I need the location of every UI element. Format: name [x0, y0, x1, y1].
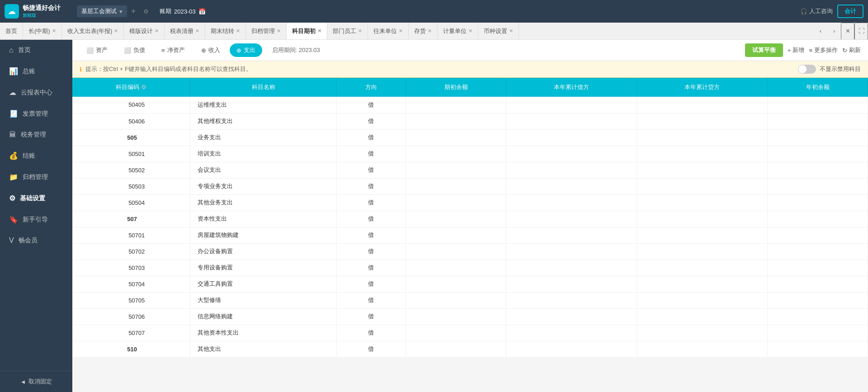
tab-tax-table[interactable]: 税表清册 ✕ — [165, 23, 205, 39]
cancel-pin-button[interactable]: ◄ 取消固定 — [0, 371, 72, 392]
table-row[interactable]: 50702 办公设备购置 借 — [72, 243, 868, 260]
tab-template[interactable]: 模版设计 ✕ — [124, 23, 165, 39]
sidebar-item-basic-settings[interactable]: ⚙ 基础设置 — [0, 188, 72, 209]
tab-currency[interactable]: 币种设置 ✕ — [478, 23, 519, 39]
tab-subject-initial[interactable]: 科目期初 ✕ — [287, 23, 327, 39]
sidebar-item-member[interactable]: V 畅会员 — [0, 230, 72, 251]
tab-archive[interactable]: 归档管理 ✕ — [246, 23, 287, 39]
sidebar-item-invoice[interactable]: 🧾 发票管理 — [0, 103, 72, 124]
tab-department[interactable]: 部门员工 ✕ — [327, 23, 368, 39]
table-row[interactable]: 50406 其他维权支出 借 — [72, 113, 868, 129]
cell-ytd-credit — [637, 211, 768, 227]
tab-expand-button[interactable]: ⛶ — [854, 23, 868, 40]
sub-tab-net-assets[interactable]: ≡ 净资产 — [155, 43, 192, 57]
close-icon[interactable]: ✕ — [358, 28, 362, 34]
cell-year-initial — [768, 308, 868, 325]
table-row[interactable]: 50405 运维维支出 借 — [72, 97, 868, 113]
ledger-icon: 📊 — [9, 67, 18, 76]
tab-annual-report[interactable]: 收入支出表(年报) ✕ — [62, 23, 124, 39]
sidebar-item-home[interactable]: ⌂ 首页 — [0, 40, 72, 61]
refresh-icon: ↻ — [842, 47, 847, 54]
settings-icon[interactable]: ⚙ — [140, 5, 152, 18]
sidebar-item-settle[interactable]: 💰 结账 — [0, 145, 72, 166]
close-icon[interactable]: ✕ — [236, 28, 240, 34]
close-icon[interactable]: ✕ — [114, 28, 118, 34]
add-company-button[interactable]: + — [127, 5, 140, 18]
cell-year-initial — [768, 341, 868, 357]
table-row[interactable]: 50501 培训支出 借 — [72, 146, 868, 162]
calendar-icon[interactable]: 📅 — [198, 8, 206, 15]
close-icon[interactable]: ✕ — [195, 28, 199, 34]
sub-tab-assets[interactable]: ⬜ 资产 — [80, 43, 114, 57]
table-wrapper: 科目编码 ⚙ 科目名称 方向 期初余额 本年累计借方 本年累计贷方 年初余额 5… — [72, 78, 868, 392]
sidebar-item-label: 发票管理 — [23, 110, 48, 118]
table-row[interactable]: 50707 其他资本性支出 借 — [72, 325, 868, 341]
table-row[interactable]: 510 其他支出 借 — [72, 341, 868, 357]
close-icon[interactable]: ✕ — [428, 28, 432, 34]
refresh-label: 刷新 — [849, 46, 861, 54]
sidebar-item-label: 云报表中心 — [21, 89, 52, 97]
tab-label: 往来单位 — [373, 27, 397, 35]
tab-close-all-button[interactable]: ✕ — [841, 23, 854, 40]
sub-tab-liabilities[interactable]: ⬜ 负债 — [117, 43, 152, 57]
app-name: 畅捷通好会计 — [23, 4, 61, 12]
cell-initial-balance — [406, 341, 506, 357]
close-icon[interactable]: ✕ — [277, 28, 281, 34]
col-initial-balance: 期初余额 — [406, 78, 506, 97]
tab-unit[interactable]: 计量单位 ✕ — [438, 23, 478, 39]
table-row[interactable]: 50503 专项业务支出 借 — [72, 178, 868, 194]
tab-prev-button[interactable]: ‹ — [814, 23, 827, 40]
sub-tab-expenditure[interactable]: ⊕ 支出 — [230, 43, 262, 57]
table-row[interactable]: 507 资本性支出 借 — [72, 211, 868, 227]
help-button[interactable]: 🎧 人工咨询 — [800, 7, 833, 15]
cell-ytd-credit — [637, 146, 768, 162]
close-icon[interactable]: ✕ — [317, 28, 321, 34]
account-button[interactable]: 会计 — [837, 5, 863, 18]
close-icon[interactable]: ✕ — [52, 28, 56, 34]
col-code: 科目编码 ⚙ — [72, 78, 190, 97]
sidebar-item-tax[interactable]: 🏛 税务管理 — [0, 124, 72, 145]
more-button[interactable]: ≡ 更多操作 — [809, 46, 838, 54]
cell-code: 50503 — [72, 178, 190, 194]
cell-year-initial — [768, 227, 868, 243]
sidebar-item-cloud-report[interactable]: ☁ 云报表中心 — [0, 82, 72, 103]
close-icon[interactable]: ✕ — [399, 28, 403, 34]
disabled-toggle[interactable] — [798, 65, 816, 74]
cancel-pin-label: 取消固定 — [28, 378, 52, 386]
sidebar-item-label: 税务管理 — [21, 131, 46, 139]
table-row[interactable]: 505 业务支出 借 — [72, 129, 868, 146]
table-row[interactable]: 50502 会议支出 借 — [72, 162, 868, 178]
tab-period-transfer[interactable]: 期末结转 ✕ — [205, 23, 246, 39]
add-button[interactable]: + 新增 — [788, 46, 805, 54]
tab-inventory[interactable]: 存货 ✕ — [409, 23, 438, 39]
refresh-button[interactable]: ↻ 刷新 — [842, 46, 861, 54]
tab-partners[interactable]: 往来单位 ✕ — [368, 23, 409, 39]
tab-next-button[interactable]: › — [827, 23, 841, 40]
cell-ytd-credit — [637, 113, 768, 129]
sidebar-item-label: 畅会员 — [19, 236, 38, 245]
sidebar-item-guide[interactable]: 🔖 新手引导 — [0, 209, 72, 230]
sidebar-item-archive[interactable]: 📁 归档管理 — [0, 166, 72, 188]
tab-midterm[interactable]: 长(中期) ✕ — [23, 23, 62, 39]
close-icon[interactable]: ✕ — [155, 28, 159, 34]
table-row[interactable]: 50706 信息网络购建 借 — [72, 308, 868, 325]
table-row[interactable]: 50701 房屋建筑物购建 借 — [72, 227, 868, 243]
cell-year-initial — [768, 162, 868, 178]
tab-home[interactable]: 首页 — [0, 23, 23, 39]
table-row[interactable]: 50703 专用设备购置 借 — [72, 260, 868, 276]
table-row[interactable]: 50504 其他业务支出 借 — [72, 194, 868, 211]
table-row[interactable]: 50705 大型修缮 借 — [72, 292, 868, 308]
close-icon[interactable]: ✕ — [509, 28, 513, 34]
cell-code: 50405 — [72, 97, 190, 113]
tax-icon: 🏛 — [9, 131, 16, 139]
sub-tab-income[interactable]: ⊕ 收入 — [194, 43, 227, 57]
cell-initial-balance — [406, 113, 506, 129]
balance-button[interactable]: 试算平衡 — [745, 43, 783, 57]
company-selector[interactable]: 基层工会测试 ▾ — [77, 5, 127, 17]
close-icon[interactable]: ✕ — [468, 28, 472, 34]
table-row[interactable]: 50704 交通工具购置 借 — [72, 276, 868, 292]
sidebar-item-label: 基础设置 — [20, 194, 45, 203]
cell-code: 510 — [72, 341, 190, 357]
column-settings-icon[interactable]: ⚙ — [141, 84, 146, 90]
sidebar-item-ledger[interactable]: 📊 总账 — [0, 61, 72, 82]
